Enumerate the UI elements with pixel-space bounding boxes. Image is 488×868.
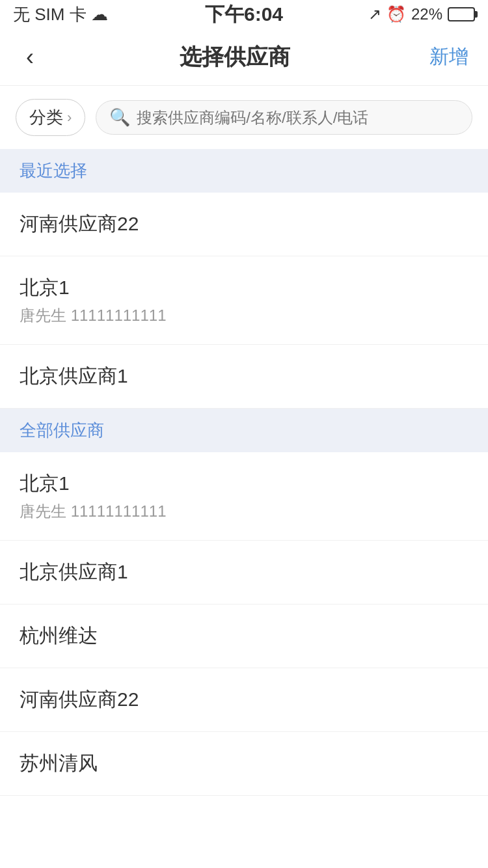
status-left: 无 SIM 卡 ☁ xyxy=(13,3,108,26)
item-name: 北京1 xyxy=(20,275,468,301)
list-item[interactable]: 北京1唐先生 11111111111 xyxy=(0,452,488,541)
chevron-right-icon: › xyxy=(67,109,72,126)
list-item[interactable]: 北京1唐先生 11111111111 xyxy=(0,256,488,345)
list-item[interactable]: 北京供应商1 xyxy=(0,541,488,604)
all-list: 北京1唐先生 11111111111北京供应商1杭州维达河南供应商22苏州清风 xyxy=(0,452,488,796)
item-name: 河南供应商22 xyxy=(20,211,468,237)
location-icon: ↗ xyxy=(368,5,381,23)
recent-section-label: 最近选择 xyxy=(20,161,87,180)
filter-bar: 分类 › 🔍 xyxy=(0,86,488,149)
add-button[interactable]: 新增 xyxy=(429,44,468,70)
search-icon: 🔍 xyxy=(109,107,130,128)
item-name: 杭州维达 xyxy=(20,623,468,649)
nav-bar: ‹ 选择供应商 新增 xyxy=(0,29,488,86)
page-title: 选择供应商 xyxy=(180,42,290,72)
status-bar: 无 SIM 卡 ☁ 下午6:04 ↗ ⏰ 22% xyxy=(0,0,488,29)
list-item[interactable]: 苏州清风 xyxy=(0,732,488,796)
item-sub: 唐先生 11111111111 xyxy=(20,305,468,326)
item-name: 北京1 xyxy=(20,470,468,497)
list-item[interactable]: 杭州维达 xyxy=(0,604,488,668)
item-name: 北京供应商1 xyxy=(20,363,468,390)
back-button[interactable]: ‹ xyxy=(20,37,40,77)
signal-text: 无 SIM 卡 ☁ xyxy=(13,3,108,26)
search-box: 🔍 xyxy=(96,100,472,135)
item-name: 北京供应商1 xyxy=(20,559,468,586)
all-section-label: 全部供应商 xyxy=(20,420,104,440)
status-time: 下午6:04 xyxy=(205,1,283,28)
list-item[interactable]: 北京供应商1 xyxy=(0,345,488,409)
item-sub: 唐先生 11111111111 xyxy=(20,501,468,522)
list-item[interactable]: 河南供应商22 xyxy=(0,668,488,732)
battery-percent: 22% xyxy=(411,5,442,23)
category-button[interactable]: 分类 › xyxy=(16,99,85,136)
alarm-icon: ⏰ xyxy=(386,5,406,23)
item-name: 苏州清风 xyxy=(20,750,468,777)
search-input[interactable] xyxy=(137,109,459,127)
battery-icon xyxy=(448,7,475,21)
all-section-header: 全部供应商 xyxy=(0,409,488,452)
status-right: ↗ ⏰ 22% xyxy=(368,5,475,23)
recent-section-header: 最近选择 xyxy=(0,149,488,193)
recent-list: 河南供应商22北京1唐先生 11111111111北京供应商1 xyxy=(0,193,488,409)
list-item[interactable]: 河南供应商22 xyxy=(0,193,488,256)
item-name: 河南供应商22 xyxy=(20,686,468,713)
category-label: 分类 xyxy=(29,106,63,129)
